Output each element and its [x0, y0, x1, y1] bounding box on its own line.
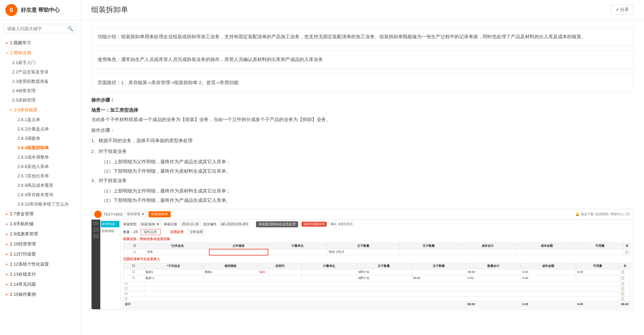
sidebar-item-otheroutbound[interactable]: 2.6.7其他出库单 — [0, 171, 80, 181]
mock-td2-supplier-btn: 编辑 — [258, 269, 302, 275]
sidebar-item-operations[interactable]: + 2.10经营管理 — [0, 239, 80, 249]
sidebar-item-dataprep[interactable]: 2.3使用前数据准备 — [0, 77, 80, 86]
mock-td2-qty-total-1: 38.00 — [466, 269, 521, 275]
mock-th2-qty2: 主子数量 — [411, 263, 466, 269]
mock-td2-empty-6 — [144, 296, 620, 301]
mock-td2-cost-1: 0.00 — [521, 269, 576, 275]
step2-1: （1）上部明细为父件明细，最终作为产成品生成其它入库单； — [101, 158, 633, 166]
mock-form-row2: 数量：1/6 领料品类 启用处理 立即启用 — [123, 229, 630, 235]
mock-td2-cost-2: 0.00 — [521, 275, 576, 281]
mock-icon-help: 给我帮助 — [595, 212, 609, 217]
sidebar-item-print[interactable]: + 2.11打印设置 — [0, 249, 80, 259]
mock-th-cost-amount: 成本金额 — [517, 243, 576, 249]
mock-doc-type-val: 组装/拆卸 ▼ — [139, 221, 161, 227]
mock-annotation2: 启用处理 — [170, 230, 183, 234]
mock-td2-empty-3 — [144, 281, 620, 286]
sidebar-item-video[interactable]: + 1.视频学习 — [0, 38, 80, 48]
sidebar-header: 6 好生意 帮助中心 — [0, 0, 80, 20]
mock-td2-empty-5 — [144, 291, 620, 296]
mock-th-parent-spec: 父件规格 — [209, 243, 268, 249]
mock-switch-row: 组装业务、拆卸业务在这里切换 — [123, 237, 630, 241]
mock-th2-qty1: 主子数量 — [357, 263, 411, 269]
mock-parent-table: ☐ *父件品名 父件规格 计量单位 主子数量 主子数量 成本合计 成本金额 可用… — [123, 243, 630, 256]
sidebar-item-faq[interactable]: + 2.14常见问题 — [0, 279, 80, 289]
mock-confirm-btn: 确认 未提交状态 — [331, 222, 353, 226]
sidebar-item-install[interactable]: 2.2产品安装及登录 — [0, 67, 80, 77]
mock-th2-check: ☐ — [123, 263, 144, 269]
sidebar-item-costrecalc[interactable]: 2.6.8商品成本重算 — [0, 181, 80, 190]
mock-td2-op-4: 📋 — [620, 286, 630, 291]
mock-side-nav — [92, 220, 100, 309]
sidebar-item-mobile[interactable]: + 2.8手机旺铺 — [0, 219, 80, 229]
mock-store-select: 库存管理 ▼ — [125, 211, 147, 217]
sidebar-item-cases[interactable]: + 2.15操作案例 — [0, 289, 80, 299]
role-text: 使用角色：通常由生产人员或库管人员完成拆装业务的操作，库管人员确认原材料的出库和… — [98, 57, 323, 62]
mock-th2-op: ⚙ — [620, 263, 630, 269]
mock-td2-qty2-2: 38.00 — [411, 275, 466, 281]
sidebar-item-costadjust[interactable]: 2.6.5成本调整单 — [0, 153, 80, 162]
nav-list: + 1.视频学习 − 2.帮助文档 2.1新手入门 2.2产品安装及登录 2.3… — [0, 37, 80, 301]
search-icon[interactable]: 🔍 — [67, 26, 73, 31]
role-block: 使用角色：通常由生产人员或库管人员完成拆装业务的操作，库管人员确认原材料的出库和… — [91, 51, 633, 69]
sidebar-item-transfer[interactable]: 2.6.3调拨单 — [0, 134, 80, 143]
mock-th2-qty-total: 数量合计 — [466, 263, 521, 269]
mock-annotation4: 无固定清单可在这里录入 — [123, 257, 630, 262]
mock-td2-check-5: ☐ — [123, 291, 144, 296]
step3: 3、对于拆装业务 — [91, 176, 633, 185]
sidebar-item-newbie[interactable]: 2.1新手入门 — [0, 58, 80, 67]
app-title: 好生意 帮助中心 — [21, 7, 60, 14]
mock-td-op-1: 📋 — [624, 249, 630, 255]
sidebar-item-payment[interactable]: + 2.13在线支付 — [0, 269, 80, 279]
logo-icon: 6 — [5, 4, 17, 16]
mock-icons: 🔔 App下载 给我帮助 帮助中心 CC — [575, 212, 630, 217]
search-input[interactable] — [7, 26, 67, 31]
sidebar-item-personalize[interactable]: + 2.12系统个性化设置 — [0, 259, 80, 269]
sidebar-item-purchase[interactable]: 2.5采购管理 — [0, 96, 80, 105]
sidebar-item-stocktake[interactable]: 2.6.1盘点单 — [0, 115, 80, 124]
mock-subnav-active: 新增/组装 — [101, 221, 119, 227]
mock-tf-label: 合计 — [123, 301, 203, 307]
sidebar-item-finance[interactable]: + 2.7资金管理 — [0, 209, 80, 219]
mock-td-check-1: ☐ — [123, 249, 146, 255]
mock-th-cost-total: 成本合计 — [458, 243, 517, 249]
search-box[interactable]: 🔍 — [4, 24, 76, 33]
mock-td2-qty-total-2: 0.00 — [466, 275, 521, 281]
mock-td2-check-4: ☐ — [123, 286, 144, 291]
expand-icon-faq: + — [5, 282, 8, 287]
sidebar-item-coupon[interactable]: + 2.9优惠券管理 — [0, 229, 80, 239]
mock-td2-supplier-2 — [258, 275, 302, 281]
mock-th2-unit: 计量单位 — [302, 263, 356, 269]
expand-icon-ops: + — [5, 242, 8, 247]
mock-th-op: ⚙ — [624, 243, 630, 249]
sidebar: 6 好生意 帮助中心 🔍 + 1.视频学习 − 2.帮助文档 2.1新手入门 2… — [0, 0, 80, 335]
mock-td2-check-6: ☐ — [123, 296, 144, 301]
mock-th-avail: 可用量 — [576, 243, 624, 249]
mock-enable-btn: 立即启用 — [187, 229, 205, 235]
content-area: 功能介绍：组装拆卸单用来处理企业组装或拆卸等加工业务，支持有固定装配清单的产品加… — [80, 20, 644, 335]
share-button[interactable]: ↗ 分享 — [611, 5, 633, 15]
mock-process-input: 领料品类 — [141, 229, 161, 235]
mock-td2-qty1-2: 3(即1*3) — [357, 275, 411, 281]
sidebar-item-partstake[interactable]: 2.6.2分量盘点单 — [0, 124, 80, 134]
sidebar-item-inventory[interactable]: − 2.6库存核算 — [0, 105, 80, 115]
mock-td-cost2-1 — [517, 249, 576, 255]
sidebar-item-ledgerfix[interactable]: 2.6.10库存账本错了怎么办 — [0, 200, 80, 209]
mock-batch-val: AD-20191226-001 — [219, 222, 250, 227]
sidebar-item-otherinbound[interactable]: 2.6.6其他入库单 — [0, 162, 80, 171]
mock-tf-empty — [203, 301, 466, 307]
sidebar-item-ledgerquery[interactable]: 2.6.9库存账本查询 — [0, 190, 80, 200]
sidebar-item-helpdoc[interactable]: − 2.帮助文档 — [0, 48, 80, 58]
mock-icon-app: App下载 — [581, 212, 594, 217]
mock-td-qty-1: 预领 1/取消 — [327, 249, 399, 255]
function-intro-text: 功能介绍：组装拆卸单用来处理企业组装或拆卸等加工业务，支持有固定装配清单的产品加… — [98, 34, 586, 39]
sidebar-item-assembly[interactable]: 2.6.4组装拆卸单 — [0, 143, 80, 153]
mock-th-qty1: 主子数量 — [327, 243, 399, 249]
mock-side-icon-1 — [93, 221, 99, 226]
mock-annotation3: 组装业务、拆卸业务在这里切换 — [123, 237, 170, 241]
mock-td2-op-6: 📋 — [620, 296, 630, 301]
sidebar-item-sales[interactable]: 2.4销售管理 — [0, 86, 80, 96]
expand-icon-coupon: + — [5, 232, 8, 237]
function-intro-block: 功能介绍：组装拆卸单用来处理企业组装或拆卸等加工业务，支持有固定装配清单的产品加… — [91, 28, 633, 46]
mock-top-bar: TEST-H002 库存管理 ▼ 组装拆卸单 🔔 App下载 给我帮助 帮助中心… — [92, 209, 633, 220]
main-header: 组装拆卸单 ↗ 分享 — [80, 0, 644, 20]
